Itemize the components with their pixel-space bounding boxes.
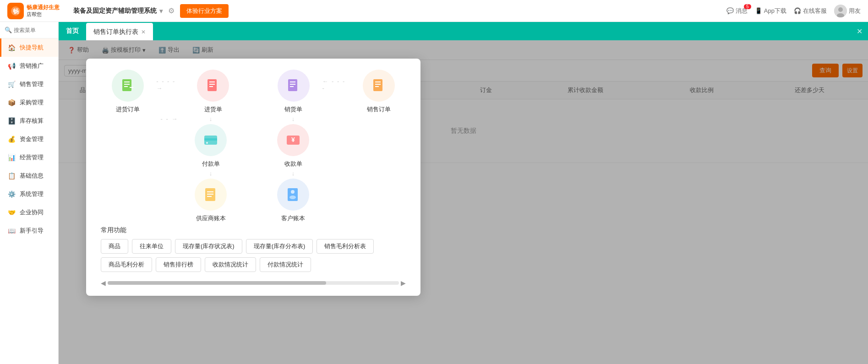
- sidebar-nav: 🏠 快捷导航 📢 营销推广 🛒 销售管理 📦 采购管理 🗄️ 库存: [0, 38, 58, 364]
- cart-icon: 🛒: [7, 80, 16, 89]
- system-dropdown-icon[interactable]: ▾: [159, 7, 163, 15]
- book-icon: 📖: [7, 226, 16, 235]
- svg-rect-13: [288, 79, 297, 91]
- purchase-bill-icon: [197, 70, 229, 102]
- purchase-order-icon: [112, 70, 144, 102]
- sidebar-item-label: 企业协同: [20, 208, 44, 217]
- svg-point-3: [838, 7, 843, 12]
- common-btn-goods-margin[interactable]: 商品毛利分析: [101, 257, 152, 272]
- modal-dialog: 进货订单 - - - - → 进货单: [86, 59, 420, 296]
- sidebar-item-label: 经营管理: [20, 153, 44, 162]
- money-icon: 💰: [7, 135, 16, 144]
- common-buttons: 商品 往来单位 现存量(库存状况表) 现存量(库存分布表) 销售毛利分析表 商品…: [101, 239, 406, 272]
- arrow-left-1: ← - - - -: [321, 78, 352, 92]
- receipt-icon: ¥: [277, 124, 309, 156]
- message-badge: 5: [744, 4, 751, 9]
- tab-sales-order[interactable]: 销售订单执行表 ✕: [86, 23, 153, 41]
- purchase-order-label: 进货订单: [116, 105, 140, 114]
- svg-text:畅: 畅: [13, 8, 19, 15]
- sidebar-item-system[interactable]: ⚙️ 系统管理: [0, 185, 58, 203]
- sidebar-item-label: 系统管理: [20, 190, 44, 198]
- common-btn-receipt-stats[interactable]: 收款情况统计: [205, 257, 256, 272]
- box-icon: 📦: [7, 98, 16, 107]
- online-service-button[interactable]: 🎧 在线客服: [794, 7, 827, 15]
- app-icon: 📱: [755, 7, 762, 14]
- common-btn-payment-stats[interactable]: 付款情况统计: [260, 257, 311, 272]
- modal-scrollbar-area: ◀ ▶: [101, 279, 406, 287]
- user-menu[interactable]: 用友: [834, 5, 861, 17]
- sidebar-item-guide[interactable]: 📖 新手引导: [0, 222, 58, 240]
- system-title: 装备及固定资产辅助管理系统 ▾: [73, 7, 163, 15]
- common-btn-inventory-dist[interactable]: 现存量(库存分布表): [246, 239, 313, 254]
- sidebar-item-inventory[interactable]: 🗄️ 库存核算: [0, 112, 58, 130]
- purchase-bill-label: 进货单: [204, 105, 222, 114]
- flow-purchase-order[interactable]: 进货订单: [101, 70, 154, 114]
- common-title: 常用功能: [101, 226, 406, 234]
- sidebar-item-label: 基础信息: [20, 172, 44, 180]
- sidebar-item-marketing[interactable]: 📢 营销推广: [0, 57, 58, 75]
- svg-point-31: [291, 190, 295, 194]
- message-button[interactable]: 💬 消息 5: [726, 7, 748, 15]
- sidebar-item-enterprise[interactable]: 🤝 企业协同: [0, 203, 58, 222]
- flow-payment[interactable]: 付款单: [183, 124, 238, 168]
- sale-bill-label: 销货单: [284, 105, 302, 114]
- common-btn-sales-margin[interactable]: 销售毛利分析表: [317, 239, 374, 254]
- sidebar-item-quick-nav[interactable]: 🏠 快捷导航: [0, 38, 58, 57]
- scrollbar-thumb: [108, 281, 326, 285]
- common-btn-goods[interactable]: 商品: [101, 239, 128, 254]
- payment-label: 付款单: [202, 160, 220, 168]
- arrow-right-1: - - - - →: [154, 78, 186, 92]
- experience-button[interactable]: 体验行业方案: [180, 4, 229, 18]
- tab-close-all-icon[interactable]: ✕: [857, 27, 863, 36]
- common-section: 常用功能 商品 往来单位 现存量(库存状况表) 现存量(库存分布表) 销售毛利分…: [101, 226, 406, 272]
- common-btn-inventory-status[interactable]: 现存量(库存状况表): [175, 239, 242, 254]
- scrollbar-left-arrow[interactable]: ◀: [101, 279, 106, 287]
- sidebar-item-sales[interactable]: 🛒 销售管理: [0, 75, 58, 93]
- message-icon: 💬: [726, 7, 734, 14]
- svg-point-23: [206, 142, 208, 144]
- tab-close-icon[interactable]: ✕: [141, 29, 146, 35]
- sidebar-item-operations[interactable]: 📊 经营管理: [0, 148, 58, 167]
- app-download-button[interactable]: 📱 App下载: [755, 7, 786, 15]
- supplier-ledger-icon: [195, 179, 227, 211]
- search-icon: 🔍: [5, 27, 12, 33]
- sidebar-item-purchase[interactable]: 📦 采购管理: [0, 93, 58, 112]
- payment-icon: [195, 124, 227, 156]
- supplier-ledger-label: 供应商账本: [196, 214, 226, 223]
- flow-sale-bill[interactable]: 销货单: [267, 70, 320, 114]
- modal-scrollbar[interactable]: [108, 281, 399, 285]
- svg-rect-9: [207, 79, 217, 91]
- modal-overlay: 进货订单 - - - - → 进货单: [59, 40, 868, 364]
- sidebar-search-area: 🔍: [0, 22, 58, 38]
- service-icon: 🎧: [794, 7, 801, 14]
- sidebar-item-label: 采购管理: [20, 98, 44, 107]
- handshake-icon: 🤝: [7, 208, 16, 217]
- chart-icon: 📊: [7, 153, 16, 162]
- sidebar-item-label: 库存核算: [20, 117, 44, 125]
- info-icon: 📋: [7, 171, 16, 180]
- customer-ledger-label: 客户账本: [281, 214, 305, 223]
- sidebar-item-label: 快捷导航: [20, 43, 44, 52]
- sale-bill-icon: [278, 70, 310, 102]
- flow-receipt[interactable]: ¥ 收款单: [266, 124, 321, 168]
- sidebar-item-label: 资金管理: [20, 135, 44, 143]
- settings-icon[interactable]: ⚙: [168, 6, 175, 15]
- flow-customer-ledger[interactable]: 客户账本: [266, 179, 321, 223]
- svg-rect-17: [373, 79, 382, 91]
- flow-purchase-bill[interactable]: 进货单: [186, 70, 240, 114]
- common-btn-sales-rank[interactable]: 销售排行榜: [156, 257, 201, 272]
- svg-point-32: [289, 196, 296, 199]
- scrollbar-right-arrow[interactable]: ▶: [401, 279, 406, 287]
- sidebar-item-basic-info[interactable]: 📋 基础信息: [0, 167, 58, 185]
- flow-supplier-ledger[interactable]: 供应商账本: [183, 179, 238, 223]
- sidebar-item-label: 新手引导: [20, 227, 44, 235]
- sale-order-icon: [363, 70, 395, 102]
- home-icon: 🏠: [7, 43, 16, 52]
- common-btn-counterpart[interactable]: 往来单位: [132, 239, 171, 254]
- sidebar-item-label: 营销推广: [20, 62, 44, 70]
- tab-bar: 首页 销售订单执行表 ✕ ✕: [59, 22, 868, 40]
- gear-icon: ⚙️: [7, 190, 16, 199]
- sidebar-item-finance[interactable]: 💰 资金管理: [0, 130, 58, 148]
- flow-sale-order[interactable]: 销售订单: [352, 70, 406, 114]
- tab-home[interactable]: 首页: [59, 22, 86, 40]
